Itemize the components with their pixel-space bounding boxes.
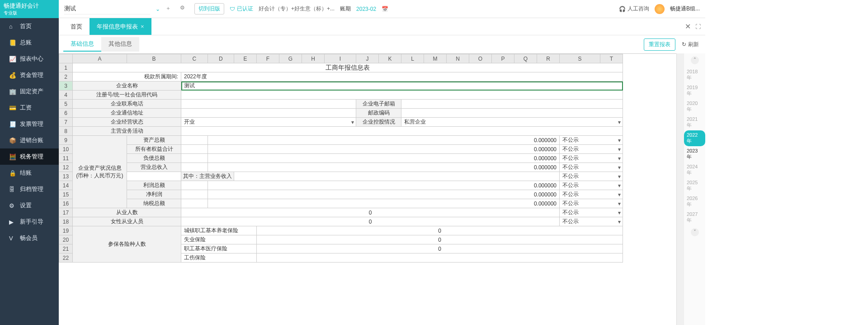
sidebar-item-10[interactable]: 🗄归档管理 bbox=[0, 181, 59, 197]
select-cell[interactable]: 不公示▾ bbox=[560, 136, 623, 145]
sidebar-item-2[interactable]: 📈报表中心 bbox=[0, 51, 59, 67]
year-2023年[interactable]: 2023年 bbox=[684, 146, 705, 162]
year-down-icon[interactable]: ˅ bbox=[691, 228, 699, 236]
account-select[interactable] bbox=[64, 4, 150, 14]
col-header[interactable]: E bbox=[234, 54, 257, 63]
row-number[interactable]: 3 bbox=[59, 81, 73, 91]
select-cell[interactable]: 不公示▾ bbox=[560, 163, 623, 172]
select-cell[interactable]: 不公示▾ bbox=[560, 199, 623, 208]
period-value[interactable]: 2023-02 bbox=[356, 6, 376, 12]
value-cell[interactable] bbox=[257, 253, 623, 263]
close-tab-icon[interactable]: ✕ bbox=[685, 22, 691, 31]
sidebar-item-13[interactable]: V畅会员 bbox=[0, 230, 59, 246]
select-cell[interactable]: 不公示▾ bbox=[560, 217, 623, 226]
col-header[interactable]: H bbox=[302, 54, 325, 63]
col-header[interactable]: F bbox=[257, 54, 279, 63]
value-cell[interactable]: 0 bbox=[257, 244, 623, 253]
cell[interactable] bbox=[181, 91, 623, 100]
col-header[interactable]: B bbox=[127, 54, 181, 63]
cell[interactable] bbox=[181, 100, 356, 109]
select-cell[interactable]: 不公示▾ bbox=[560, 190, 623, 199]
row-number[interactable]: 9 bbox=[59, 136, 73, 145]
value-cell[interactable]: 0 bbox=[257, 226, 623, 235]
row-number[interactable]: 11 bbox=[59, 154, 73, 163]
row-number[interactable]: 6 bbox=[59, 109, 73, 118]
spreadsheet[interactable]: ABCDEFGHIJKLMNOPQRST1工商年报信息表2税款所属期间:2022… bbox=[59, 53, 676, 325]
col-header[interactable]: J bbox=[356, 54, 379, 63]
col-header[interactable]: O bbox=[469, 54, 492, 63]
expand-icon[interactable]: ⛶ bbox=[695, 24, 701, 30]
cell[interactable] bbox=[181, 163, 208, 172]
row-number[interactable]: 13 bbox=[59, 172, 73, 181]
sidebar-item-6[interactable]: 🧾发票管理 bbox=[0, 116, 59, 132]
row-number[interactable]: 12 bbox=[59, 163, 73, 172]
col-header[interactable]: C bbox=[181, 54, 208, 63]
value-cell[interactable]: 0.000000 bbox=[208, 154, 560, 163]
sub-tab-0[interactable]: 基础信息 bbox=[63, 37, 101, 52]
tab-close-icon[interactable]: × bbox=[141, 23, 144, 30]
year-up-icon[interactable]: ˄ bbox=[691, 56, 699, 64]
value-cell[interactable]: 0 bbox=[181, 208, 560, 217]
row-number[interactable]: 10 bbox=[59, 145, 73, 154]
select-cell[interactable]: 不公示▾ bbox=[560, 145, 623, 154]
cell[interactable] bbox=[181, 109, 356, 118]
page-tab-0[interactable]: 首页 bbox=[63, 18, 90, 35]
year-2019年[interactable]: 2019年 bbox=[684, 83, 705, 99]
col-header[interactable]: A bbox=[73, 54, 127, 63]
cell[interactable] bbox=[181, 145, 208, 154]
support-link[interactable]: 🎧 人工咨询 bbox=[619, 5, 649, 13]
row-number[interactable]: 22 bbox=[59, 253, 73, 263]
row-number[interactable]: 4 bbox=[59, 91, 73, 100]
row-number[interactable]: 8 bbox=[59, 127, 73, 136]
select-cell[interactable]: 私营企业▾ bbox=[401, 118, 623, 127]
period-calendar-icon[interactable]: 📅 bbox=[382, 6, 388, 12]
sidebar-item-11[interactable]: ⚙设置 bbox=[0, 197, 59, 214]
value-cell[interactable]: 0.000000 bbox=[208, 190, 560, 199]
col-header[interactable]: L bbox=[401, 54, 424, 63]
cell[interactable] bbox=[181, 190, 208, 199]
sidebar-item-4[interactable]: 🏢固定资产 bbox=[0, 83, 59, 100]
row-number[interactable]: 14 bbox=[59, 181, 73, 190]
settings-icon[interactable]: ⚙ bbox=[180, 5, 189, 14]
reset-button[interactable]: 重置报表 bbox=[644, 38, 675, 51]
cell[interactable] bbox=[127, 172, 181, 181]
select-cell[interactable]: 不公示▾ bbox=[560, 154, 623, 163]
cell[interactable] bbox=[181, 154, 208, 163]
cell[interactable] bbox=[181, 199, 208, 208]
row-number[interactable]: 20 bbox=[59, 235, 73, 244]
row-number[interactable]: 16 bbox=[59, 199, 73, 208]
select-cell[interactable]: 不公示▾ bbox=[560, 208, 623, 217]
year-2018年[interactable]: 2018年 bbox=[684, 67, 705, 83]
select-cell[interactable]: 开业▾ bbox=[181, 118, 356, 127]
col-header[interactable]: T bbox=[600, 54, 623, 63]
col-header[interactable]: I bbox=[325, 54, 356, 63]
col-header[interactable]: S bbox=[560, 54, 600, 63]
cell[interactable] bbox=[401, 100, 623, 109]
value-cell[interactable]: 0.000000 bbox=[208, 181, 560, 190]
col-header[interactable]: G bbox=[279, 54, 302, 63]
avatar[interactable] bbox=[655, 4, 665, 14]
value-cell[interactable]: 0 bbox=[257, 235, 623, 244]
year-2027年[interactable]: 2027年 bbox=[684, 210, 705, 225]
cell[interactable] bbox=[181, 127, 623, 136]
sub-tab-1[interactable]: 其他信息 bbox=[101, 37, 139, 52]
year-2021年[interactable]: 2021年 bbox=[684, 115, 705, 130]
select-cell[interactable]: 不公示▾ bbox=[560, 172, 623, 181]
page-tab-1[interactable]: 年报信息申报表× bbox=[90, 18, 151, 35]
col-header[interactable]: K bbox=[379, 54, 401, 63]
sidebar-item-0[interactable]: ⌂首页 bbox=[0, 18, 59, 34]
add-icon[interactable]: ＋ bbox=[165, 5, 175, 14]
user-name[interactable]: 畅捷通B组... bbox=[670, 5, 700, 13]
col-header[interactable]: Q bbox=[514, 54, 537, 63]
company-name-input[interactable]: 测试 bbox=[181, 81, 623, 91]
cell[interactable] bbox=[401, 109, 623, 118]
value-cell[interactable]: 0.000000 bbox=[208, 163, 560, 172]
cell[interactable] bbox=[234, 172, 560, 181]
col-header[interactable]: D bbox=[208, 54, 234, 63]
sidebar-item-1[interactable]: 📒总账 bbox=[0, 34, 59, 51]
value-cell[interactable]: 0.000000 bbox=[208, 199, 560, 208]
col-header[interactable]: R bbox=[537, 54, 560, 63]
vertical-scrollbar[interactable] bbox=[676, 53, 684, 325]
sidebar-item-5[interactable]: 💳工资 bbox=[0, 100, 59, 116]
row-number[interactable]: 7 bbox=[59, 118, 73, 127]
